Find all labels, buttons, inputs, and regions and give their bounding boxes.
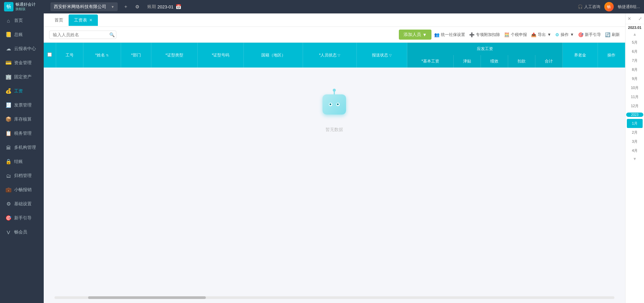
main-layout: ⌂ 首页 📒 总账 ☁ 云报表中心 💳 资金管理 🏢 固定资产 💰 工资 🧾 发… (0, 13, 644, 303)
scrollbar-thumb[interactable] (88, 296, 206, 299)
sidebar-label-inventory: 库存核算 (14, 116, 32, 122)
salary-table: 工号 *姓名 ⇅ *部门 *证型类型 *证型号码 国籍（地区） (44, 43, 625, 160)
month-item-4[interactable]: 4月 (626, 146, 644, 155)
sidebar-item-invoice[interactable]: 🧾 发票管理 (0, 98, 44, 112)
th-report-label: 报送状态 (372, 52, 388, 58)
tab-salary-label: 工资表 (74, 17, 87, 23)
headset-icon: 🎧 (578, 4, 583, 9)
expense-icon: 💼 (5, 187, 11, 193)
th-salary-group: 应发工资 (407, 43, 563, 55)
month-item-3[interactable]: 3月 (626, 137, 644, 146)
name-sort-icon[interactable]: ⇅ (106, 53, 109, 57)
month-item-12[interactable]: 12月 (626, 101, 644, 111)
th-id-no: *证型号码 (197, 43, 244, 68)
search-icon: 🔍 (109, 32, 115, 37)
archive-icon: 🗂 (5, 173, 11, 179)
salary-icon: 💰 (5, 88, 11, 94)
panel-close-icon[interactable]: ✕ (628, 16, 631, 21)
sidebar-label-expense: 小畅报销 (14, 187, 32, 193)
sidebar-item-member[interactable]: V 畅会员 (0, 225, 44, 239)
org-icon: 🏛 (5, 145, 11, 150)
sidebar-label-cloud: 云报表中心 (14, 46, 36, 52)
select-all-checkbox[interactable] (47, 52, 52, 57)
social-security-icon: 👥 (434, 32, 440, 37)
empty-row: 暂无数据 (44, 68, 625, 160)
sidebar-item-settings[interactable]: ⚙ 基础设置 (0, 197, 44, 211)
add-button[interactable]: ＋ (121, 2, 130, 11)
export-button[interactable]: 📤 导出 ▼ (531, 32, 551, 38)
panel-expand-icon[interactable]: ⤢ (638, 16, 642, 21)
tab-bar: 首页 工资表 ✕ (44, 13, 625, 27)
th-pension: 养老金 (563, 43, 598, 68)
avatar: 畅 (604, 2, 614, 11)
month-item-6[interactable]: 6月 (626, 47, 644, 56)
sidebar-item-salary[interactable]: 💰 工资 (0, 84, 44, 98)
add-employee-button[interactable]: 添加人员 ▼ (399, 30, 431, 40)
scroll-up-button[interactable]: ▲ (626, 31, 644, 38)
calendar-icon[interactable]: 📅 (176, 4, 181, 9)
month-item-8[interactable]: 8月 (626, 65, 644, 74)
th-deduct: 扣款 (508, 55, 535, 68)
company-selector[interactable]: 西安虾米网络科技有限公司 ▼ (50, 2, 118, 11)
month-item-10[interactable]: 10月 (626, 83, 644, 92)
sidebar-item-cloud-report[interactable]: ☁ 云报表中心 (0, 42, 44, 56)
sidebar-label-ledger: 总账 (14, 32, 23, 38)
th-nationality: 国籍（地区） (244, 43, 303, 68)
settings-icon[interactable]: ⚙ (132, 2, 142, 11)
refresh-button[interactable]: 🔄 刷新 (605, 32, 620, 38)
sidebar-label-settings: 基础设置 (14, 201, 32, 207)
report-filter-icon[interactable]: ▽ (389, 53, 392, 57)
personal-tax-button[interactable]: 🧮 个税申报 (504, 32, 527, 38)
th-emp-no: 工号 (56, 43, 83, 68)
sidebar-item-multi-org[interactable]: 🏛 多机构管理 (0, 140, 44, 155)
sidebar-item-tax[interactable]: 📋 税务管理 (0, 126, 44, 140)
th-base-salary: *基本工资 (407, 55, 454, 68)
month-item-11[interactable]: 11月 (626, 92, 644, 101)
status-filter-icon[interactable]: ▽ (338, 53, 340, 57)
horizontal-scrollbar[interactable] (54, 296, 614, 299)
th-report-status: 报送状态 ▽ (356, 43, 407, 68)
month-item-2[interactable]: 2月 (626, 128, 644, 137)
special-deduct-icon: ➕ (469, 32, 475, 37)
period-value: 2023-01 (157, 4, 174, 9)
home-icon: ⌂ (5, 18, 11, 24)
new-guide-button[interactable]: 🎯 新手引导 (578, 32, 601, 38)
sidebar-item-fixed-assets[interactable]: 🏢 固定资产 (0, 70, 44, 84)
add-employee-label: 添加人员 (404, 32, 421, 38)
tab-salary-table[interactable]: 工资表 ✕ (69, 14, 98, 26)
sidebar-item-inventory[interactable]: 📦 库存核算 (0, 112, 44, 126)
operations-icon: ⚙ (555, 32, 559, 37)
sidebar-item-archive[interactable]: 🗂 归档管理 (0, 169, 44, 183)
inventory-icon: 📦 (5, 116, 11, 122)
special-deduct-button[interactable]: ➕ 专项附加扣除 (469, 32, 500, 38)
export-arrow-icon: ▼ (547, 32, 551, 37)
month-item-7[interactable]: 7月 (626, 56, 644, 65)
sidebar-item-ledger[interactable]: 📒 总账 (0, 28, 44, 42)
header-right: 🎧 人工咨询 畅 畅捷通B组... (578, 2, 640, 11)
tab-home[interactable]: 首页 (49, 14, 69, 26)
operations-label: 操作 (561, 32, 569, 38)
service-button[interactable]: 🎧 人工咨询 (578, 4, 600, 10)
logo-area: 畅 畅通好会计 旗舰版 (4, 2, 48, 11)
close-period-icon: 🔒 (5, 159, 11, 165)
header-actions: ＋ ⚙ (121, 2, 142, 11)
th-allowance: 津贴 (453, 55, 481, 68)
sidebar-item-fund[interactable]: 💳 资金管理 (0, 56, 44, 70)
tab-close-icon[interactable]: ✕ (89, 18, 92, 23)
empty-state: 暂无数据 (44, 68, 625, 160)
sidebar-item-close[interactable]: 🔒 结账 (0, 155, 44, 169)
search-input[interactable] (53, 32, 109, 37)
sidebar-item-expense[interactable]: 💼 小畅报销 (0, 183, 44, 197)
th-performance: 绩效 (481, 55, 508, 68)
social-security-button[interactable]: 👥 统一社保设置 (434, 32, 465, 38)
panel-header: ✕ ⤢ (626, 13, 644, 24)
operations-button[interactable]: ⚙ 操作 ▼ (555, 32, 574, 38)
month-item-1[interactable]: 1月 (627, 119, 643, 128)
robot-illustration (323, 94, 346, 115)
month-item-5[interactable]: 5月 (626, 38, 644, 47)
sidebar-item-guide[interactable]: 🎯 新手引导 (0, 211, 44, 225)
month-item-9[interactable]: 9月 (626, 74, 644, 83)
sidebar-item-home[interactable]: ⌂ 首页 (0, 13, 44, 28)
scroll-down-button[interactable]: ▼ (626, 155, 644, 163)
th-id-type: *证型类型 (151, 43, 197, 68)
